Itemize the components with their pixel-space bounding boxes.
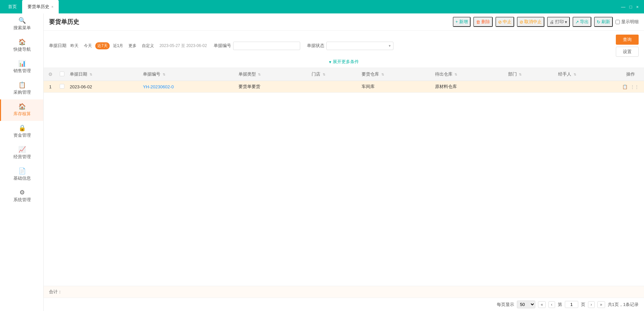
new-button[interactable]: + 新增: [453, 17, 471, 27]
status-select-wrapper: [326, 42, 393, 50]
select-all-checkbox[interactable]: [60, 72, 64, 76]
sort-pending-warehouse-icon: ⇅: [454, 73, 457, 76]
expand-more-btn[interactable]: ▾ 展开更多条件: [49, 59, 639, 65]
status-filter-group: 单据状态: [307, 42, 393, 50]
date-btn-1month[interactable]: 近1月: [111, 42, 125, 49]
system-icon: ⚙: [19, 189, 25, 195]
table-container[interactable]: ⚙ 单据日期 ⇅ 单据编号 ⇅: [44, 68, 644, 286]
window-controls: — □ ×: [621, 4, 644, 9]
tab-home[interactable]: 首页: [3, 0, 22, 13]
sidebar-item-operations[interactable]: 📈 经营管理: [0, 142, 43, 164]
col-req-warehouse[interactable]: 要货仓库 ⇅: [359, 68, 432, 81]
sidebar-item-search-menu[interactable]: 🔍 搜索菜单: [0, 13, 43, 35]
quick-nav-icon: 🏠: [18, 39, 26, 45]
bill-type-cell: 要货单要货: [236, 81, 309, 93]
date-btn-today[interactable]: 今天: [82, 42, 94, 49]
col-bill-date[interactable]: 单据日期 ⇅: [67, 68, 140, 81]
data-table: ⚙ 单据日期 ⇅ 单据编号 ⇅: [44, 68, 644, 93]
filter-actions: 查询 设置: [616, 35, 639, 57]
status-label: 单据状态: [307, 43, 324, 49]
column-settings-icon[interactable]: ⚙: [48, 72, 53, 77]
print-button[interactable]: 🖨 打印 ▾: [547, 17, 570, 27]
handler-cell: [555, 81, 617, 93]
refresh-button[interactable]: ↻ 刷新: [594, 17, 613, 27]
sidebar-label-sales: 销售管理: [13, 68, 31, 74]
print-dropdown-icon: ▾: [565, 19, 567, 25]
tab-active[interactable]: 要货单历史 ×: [22, 0, 59, 13]
table-row[interactable]: 1 2023-06-02 YH-20230602-0 要货单要货 车间库 原材料…: [44, 81, 644, 93]
query-button[interactable]: 查询: [616, 35, 639, 45]
tab-close-icon[interactable]: ×: [51, 5, 53, 9]
col-bill-no[interactable]: 单据编号 ⇅: [140, 68, 236, 81]
first-page-btn[interactable]: «: [538, 301, 546, 308]
sidebar-label-system: 系统管理: [13, 197, 31, 203]
page-suffix: 页: [581, 302, 585, 308]
department-cell: [505, 81, 555, 93]
bill-no-cell[interactable]: YH-20230602-0: [140, 81, 236, 93]
cancel-stop-button[interactable]: ⊘ 取消中止: [517, 17, 544, 27]
sidebar: 🔍 搜索菜单 🏠 快捷导航 📊 销售管理 📋 采购管理 🏠 库存核算 🔒 资金管…: [0, 13, 44, 311]
page-label: 第: [558, 302, 562, 308]
cancel-stop-icon: ⊘: [520, 19, 523, 25]
display-detail-toggle[interactable]: 显示明细: [615, 19, 639, 25]
tab-bar: 首页 要货单历史 ×: [3, 0, 621, 13]
date-quick-buttons: 昨天 今天 近7天 近1月 更多 自定义: [68, 42, 156, 49]
sidebar-item-sales[interactable]: 📊 销售管理: [0, 56, 43, 78]
active-tab-label: 要货单历史: [28, 4, 49, 10]
per-page-label: 每页显示: [497, 302, 514, 308]
page-input[interactable]: 1: [565, 301, 578, 308]
expand-icon: ▾: [329, 59, 331, 64]
sidebar-item-finance[interactable]: 🔒 资金管理: [0, 121, 43, 142]
close-btn[interactable]: ×: [636, 4, 639, 9]
row-checkbox[interactable]: [60, 84, 64, 89]
bill-no-filter-group: 单据编号: [214, 42, 300, 50]
minimize-btn[interactable]: —: [621, 4, 626, 9]
sidebar-label-finance: 资金管理: [13, 132, 31, 138]
row-edit-icon[interactable]: 📋: [622, 84, 628, 89]
purchase-icon: 📋: [18, 82, 26, 88]
col-bill-type[interactable]: 单据类型 ⇅: [236, 68, 309, 81]
sidebar-item-system[interactable]: ⚙ 系统管理: [0, 185, 43, 207]
sales-icon: 📊: [18, 60, 26, 66]
date-btn-custom[interactable]: 自定义: [140, 42, 156, 49]
next-page-btn[interactable]: ›: [588, 301, 595, 308]
maximize-btn[interactable]: □: [630, 4, 632, 9]
prev-page-btn[interactable]: ‹: [548, 301, 555, 308]
sidebar-label-basic-info: 基础信息: [13, 175, 31, 181]
req-warehouse-cell: 车间库: [359, 81, 432, 93]
col-pending-warehouse[interactable]: 待出仓库 ⇅: [432, 68, 505, 81]
sidebar-label-inventory: 库存核算: [13, 111, 31, 117]
stop-icon: ⊘: [498, 19, 502, 25]
sidebar-item-inventory[interactable]: 🏠 库存核算: [0, 99, 43, 121]
date-btn-7days[interactable]: 近7天: [95, 42, 110, 49]
settings-button[interactable]: 设置: [616, 47, 639, 57]
sidebar-item-basic-info[interactable]: 📄 基础信息: [0, 164, 43, 185]
row-num-cell: 1: [44, 81, 57, 93]
top-bar: 首页 要货单历史 × — □ ×: [0, 0, 644, 13]
page-header: 要货单历史 + 新增 🗑 删除 ⊘ 中止 ⊘ 取消中止 🖨 打印: [44, 13, 644, 31]
bill-no-input[interactable]: [233, 42, 300, 50]
export-button[interactable]: ↗ 导出: [573, 17, 591, 27]
sidebar-item-purchase[interactable]: 📋 采购管理: [0, 78, 43, 99]
col-store[interactable]: 门店 ⇅: [309, 68, 359, 81]
col-handler[interactable]: 经手人 ⇅: [555, 68, 617, 81]
header-actions: + 新增 🗑 删除 ⊘ 中止 ⊘ 取消中止 🖨 打印 ▾: [453, 17, 639, 27]
search-menu-icon: 🔍: [18, 17, 26, 24]
content-area: 要货单历史 + 新增 🗑 删除 ⊘ 中止 ⊘ 取消中止 🖨 打印: [44, 13, 644, 311]
total-info: 共1页，1条记录: [608, 302, 639, 308]
stop-button[interactable]: ⊘ 中止: [495, 17, 514, 27]
bill-no-link[interactable]: YH-20230602-0: [143, 84, 174, 89]
date-btn-yesterday[interactable]: 昨天: [68, 42, 80, 49]
delete-button[interactable]: 🗑 删除: [473, 17, 493, 27]
sidebar-item-quick-nav[interactable]: 🏠 快捷导航: [0, 35, 43, 56]
date-btn-more[interactable]: 更多: [126, 42, 139, 49]
row-more-icon[interactable]: ⋮⋮: [630, 84, 639, 89]
last-page-btn[interactable]: »: [597, 301, 605, 308]
table-header-row: ⚙ 单据日期 ⇅ 单据编号 ⇅: [44, 68, 644, 81]
page-title: 要货单历史: [49, 18, 79, 26]
status-select[interactable]: [326, 42, 393, 50]
display-detail-checkbox[interactable]: [615, 20, 620, 24]
filter-row-1: 单据日期 昨天 今天 近7天 近1月 更多 自定义 2023-05-27 至 2…: [49, 35, 639, 57]
per-page-select[interactable]: 50 100: [517, 301, 535, 308]
col-department[interactable]: 部门 ⇅: [505, 68, 555, 81]
